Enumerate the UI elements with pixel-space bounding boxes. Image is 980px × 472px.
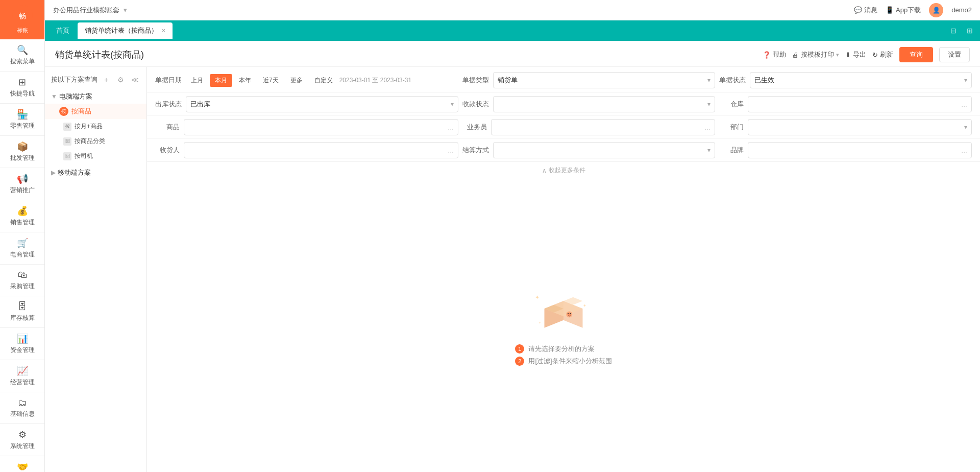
tab-home[interactable]: 首页 (49, 22, 77, 39)
dept-field: 部门 ▾ (719, 119, 972, 135)
tab-active[interactable]: 销货单统计表（按商品） × (78, 22, 173, 39)
goods-input[interactable]: ... (184, 119, 458, 135)
receiver-input[interactable]: ... (184, 142, 458, 158)
mobile-group-title[interactable]: ▶ 移动端方案 (45, 166, 146, 180)
sidebar-item-search[interactable]: 🔍 搜索菜单 (0, 39, 44, 72)
logo-icon: 畅 (12, 5, 33, 26)
message-btn[interactable]: 💬 消息 (854, 6, 877, 15)
goods-dots: ... (448, 123, 454, 131)
page-title: 销货单统计表(按商品) (55, 49, 144, 61)
warehouse-input[interactable]: ... (748, 96, 972, 112)
ecommerce-icon: 🛒 (17, 238, 28, 249)
print-btn[interactable]: 🖨 按模板打印 ▾ (792, 50, 839, 59)
mobile-group-label: 移动端方案 (58, 168, 91, 177)
query-button[interactable]: 查询 (899, 47, 933, 62)
sidebar-item-basic[interactable]: 🗂 基础信息 (0, 392, 44, 424)
salesman-input[interactable]: ... (491, 119, 715, 135)
industry-name: 办公用品行业模拟账套 (53, 6, 119, 15)
scheme-add-btn[interactable]: + (101, 74, 112, 85)
doc-status-input[interactable]: 已生效 ▾ (750, 72, 972, 88)
scheme-sub-item-monthly-goods[interactable]: 按 按月+商品 (45, 119, 146, 134)
industry-chevron[interactable]: ▾ (124, 6, 127, 14)
out-status-input[interactable]: 已出库 ▾ (186, 96, 458, 112)
sidebar-item-wholesale[interactable]: 📦 批发管理 (0, 136, 44, 168)
export-icon: ⬇ (845, 51, 851, 59)
date-tab-last7days[interactable]: 近7天 (258, 74, 284, 87)
date-tab-custom[interactable]: 自定义 (309, 74, 338, 87)
tab-minimize-btn[interactable]: ⊟ (947, 25, 960, 37)
tab-bar-actions: ⊟ ⊞ (947, 25, 976, 37)
date-tabs-group: 上月 本月 本年 近7天 更多 (186, 74, 411, 87)
export-btn[interactable]: ⬇ 导出 (845, 50, 866, 59)
settlement-input[interactable]: ▾ (493, 142, 715, 158)
sales-icon: 💰 (17, 205, 28, 217)
sub-item-icon-2: 回 (63, 152, 71, 160)
scheme-sub-item-driver[interactable]: 回 按司机 (45, 149, 146, 163)
collapse-up-icon: ∧ (542, 167, 547, 174)
pc-group-title[interactable]: ▼ 电脑端方案 (45, 89, 146, 104)
minimize-icon: ⊟ (950, 27, 957, 35)
sidebar-item-marketing[interactable]: 📢 营销推广 (0, 168, 44, 200)
app-download-label: App下载 (896, 6, 921, 15)
sidebar-item-label-marketing: 营销推广 (10, 186, 35, 195)
sidebar-item-system[interactable]: ⚙ 系统管理 (0, 424, 44, 456)
sidebar-item-ecommerce[interactable]: 🛒 电商管理 (0, 232, 44, 265)
wholesale-icon: 📦 (17, 141, 28, 152)
scheme-sub-item-goods-category[interactable]: 回 按商品分类 (45, 134, 146, 149)
user-avatar[interactable]: 👤 (929, 3, 943, 17)
sidebar-item-sales[interactable]: 💰 销售管理 (0, 200, 44, 232)
doc-status-field: 单据状态 已生效 ▾ (719, 72, 972, 88)
tab-maximize-btn[interactable]: ⊞ (964, 25, 976, 37)
sidebar-item-operation[interactable]: 📈 经营管理 (0, 360, 44, 392)
scheme-collapse-btn[interactable]: ≪ (129, 74, 140, 85)
doc-type-input[interactable]: 销货单 ▾ (493, 72, 715, 88)
help-btn[interactable]: ❓ 帮助 (763, 50, 786, 59)
dept-input[interactable]: ▾ (748, 119, 972, 135)
filter-row-2: 出库状态 已出库 ▾ 收款状态 ▾ 仓库 (147, 93, 980, 116)
svg-point-10 (570, 313, 571, 314)
add-icon: + (104, 76, 108, 84)
empty-tips: 1 请先选择要分析的方案 2 用[过滤]条件来缩小分析范围 (515, 344, 611, 366)
sidebar-item-quicknav[interactable]: ⊞ 快捷导航 (0, 72, 44, 104)
refresh-btn[interactable]: ↻ 刷新 (872, 50, 893, 59)
app-download-btn[interactable]: 📱 App下载 (886, 6, 921, 15)
tip-text-2: 用[过滤]条件来缩小分析范围 (528, 357, 611, 366)
date-tab-this-month[interactable]: 本月 (210, 74, 232, 87)
print-label: 按模板打印 (801, 50, 834, 59)
settlement-dropdown-icon: ▾ (707, 147, 710, 154)
svg-text:✦: ✦ (535, 294, 540, 300)
scheme-settings-btn[interactable]: ⚙ (115, 74, 126, 85)
inventory-icon: 🗄 (18, 301, 27, 312)
filter-panel: 单据日期 上月 本月 本年 近7天 (147, 67, 980, 472)
date-tab-last-month[interactable]: 上月 (186, 74, 208, 87)
sidebar-item-label-ecommerce: 电商管理 (10, 250, 35, 259)
dept-dropdown-icon: ▾ (964, 124, 967, 131)
sidebar-item-finance[interactable]: 📊 资金管理 (0, 328, 44, 360)
retail-icon: 🏪 (17, 109, 28, 120)
dept-label: 部门 (719, 123, 748, 132)
sidebar-item-inventory[interactable]: 🗄 库存核算 (0, 296, 44, 328)
sub-item-label-2: 按司机 (75, 152, 93, 160)
date-tab-more[interactable]: 更多 (285, 74, 308, 87)
sidebar-logo[interactable]: 畅 标账 (0, 0, 44, 39)
maximize-icon: ⊞ (967, 27, 973, 35)
print-chevron: ▾ (836, 52, 839, 58)
system-icon: ⚙ (18, 429, 27, 440)
sidebar-item-retail[interactable]: 🏪 零售管理 (0, 104, 44, 136)
collapse-row[interactable]: ∧ 收起更多条件 (147, 162, 980, 179)
date-tab-this-year[interactable]: 本年 (234, 74, 256, 87)
scheme-item-by-goods[interactable]: 按 按商品 (45, 104, 146, 119)
export-label: 导出 (853, 50, 866, 59)
brand-input[interactable]: ... (748, 142, 972, 158)
sidebar-item-purchase[interactable]: 🛍 采购管理 (0, 265, 44, 296)
doc-type-field: 单据类型 销货单 ▾ (462, 72, 715, 88)
pc-group-arrow: ▼ (51, 93, 57, 100)
receipt-status-dropdown-icon: ▾ (707, 101, 710, 108)
settings-button[interactable]: 设置 (939, 47, 970, 62)
sidebar-item-enterprise[interactable]: 🤝 企业协同 (0, 456, 44, 472)
tab-close-icon[interactable]: × (162, 27, 165, 34)
user-name[interactable]: demo2 (951, 6, 972, 14)
quicknav-icon: ⊞ (18, 77, 26, 88)
warehouse-dots: ... (961, 100, 967, 108)
receipt-status-input[interactable]: ▾ (493, 96, 715, 112)
